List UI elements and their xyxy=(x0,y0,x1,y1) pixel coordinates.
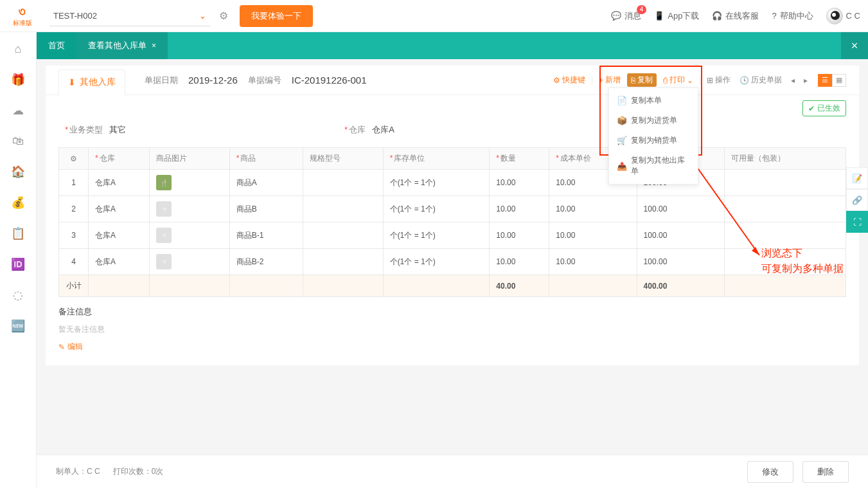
creator-info: 制单人：C C xyxy=(56,466,100,477)
message-icon: 💬 xyxy=(611,11,621,21)
col-warehouse: *仓库 xyxy=(89,148,150,170)
col-product: *商品 xyxy=(229,148,303,170)
inbound-icon: ⬇ xyxy=(68,77,76,87)
dd-copy-sales[interactable]: 🛒复制为销货单 xyxy=(609,131,698,150)
online-service-link[interactable]: 🎧 在线客服 xyxy=(712,10,759,22)
out-icon: 📤 xyxy=(617,161,627,171)
sidebar-money-icon[interactable]: 💰 xyxy=(11,195,25,210)
logo-icon: ৩ xyxy=(19,4,26,19)
print-button[interactable]: ⎙打印⌄ xyxy=(660,73,696,87)
sidebar-bag-icon[interactable]: 🛍 xyxy=(12,134,24,148)
col-image: 商品图片 xyxy=(150,148,229,170)
close-all-tabs[interactable]: × xyxy=(841,32,868,59)
online-service-label: 在线客服 xyxy=(725,10,759,22)
panel-tab[interactable]: ⬇ 其他入库 xyxy=(58,69,125,96)
shortcut-button[interactable]: ⚙快捷键 xyxy=(551,73,588,87)
user-name: C C xyxy=(846,11,860,21)
date-label: 单据日期 xyxy=(145,75,178,86)
plus-icon: + xyxy=(599,76,603,85)
sidebar-new-icon[interactable]: 🆕 xyxy=(11,319,25,333)
dd-copy-outbound[interactable]: 📤复制为其他出库单 xyxy=(609,150,698,181)
sidebar-refresh-icon[interactable]: ◌ xyxy=(13,288,23,302)
chevron-down-icon: ⌄ xyxy=(199,11,206,21)
messages-link[interactable]: 💬 消息 4 xyxy=(611,10,641,22)
float-link-icon[interactable]: 🔗 xyxy=(846,189,868,211)
view-card-button[interactable]: ▦ xyxy=(832,74,846,87)
prev-button[interactable]: ◂ xyxy=(788,75,797,86)
sidebar-clipboard-icon[interactable]: 📋 xyxy=(11,226,25,240)
table-row[interactable]: 2仓库A৩商品B个(1个 = 1个)10.0010.00100.00 xyxy=(59,196,846,222)
gear-column[interactable]: ⚙ xyxy=(59,148,89,170)
gear-icon: ⚙ xyxy=(553,76,560,85)
tab-current-label: 查看其他入库单 xyxy=(88,40,146,51)
table-row[interactable]: 1仓库A🍴商品A个(1个 = 1个)10.0010.00100.00 xyxy=(59,170,846,196)
history-icon: 🕓 xyxy=(740,76,749,85)
float-expand-icon[interactable]: ⛶ xyxy=(846,211,868,233)
status-badge: ✔已生效 xyxy=(802,100,846,116)
main-panel: ⬇ 其他入库 单据日期 2019-12-26 单据编号 IC-20191226-… xyxy=(46,66,859,365)
app-download-link[interactable]: 📱 App下载 xyxy=(654,10,699,22)
panel-tab-label: 其他入库 xyxy=(80,77,116,88)
new-button[interactable]: +新增 xyxy=(596,73,623,87)
remarks-title: 备注信息 xyxy=(58,306,846,318)
remarks-empty: 暂无备注信息 xyxy=(58,324,846,335)
tab-current[interactable]: 查看其他入库单 × xyxy=(76,32,168,59)
col-available: 可用量（包装） xyxy=(724,148,846,170)
dd-copy-this[interactable]: 📄复制本单 xyxy=(609,91,698,111)
right-float-bar: 📝 🔗 ⛶ xyxy=(846,167,868,233)
check-icon: ✔ xyxy=(808,104,815,113)
annotation-text: 浏览态下 可复制为多种单据 xyxy=(761,246,844,276)
sidebar-gift-icon[interactable]: 🎁 xyxy=(11,73,25,87)
table-row[interactable]: 4仓库A৩商品B-2个(1个 = 1个)10.0010.00100.00 xyxy=(59,249,846,275)
tab-home[interactable]: 首页 xyxy=(37,32,76,59)
try-button[interactable]: 我要体验一下 xyxy=(240,5,313,27)
copy-dropdown: 📄复制本单 📦复制为进货单 🛒复制为销货单 📤复制为其他出库单 xyxy=(608,87,698,185)
logo[interactable]: ৩ 标准版 xyxy=(8,4,37,28)
warehouse-field: *仓库 仓库A xyxy=(344,124,394,136)
headset-icon: 🎧 xyxy=(712,11,722,21)
app-download-label: App下载 xyxy=(668,10,699,22)
cart-icon: 🛒 xyxy=(617,136,627,145)
phone-icon: 📱 xyxy=(654,11,664,21)
gear-icon[interactable]: ⚙ xyxy=(219,10,228,22)
copy-icon: ⎘ xyxy=(631,76,635,85)
chevron-down-icon: ⌄ xyxy=(687,76,693,85)
sidebar-house-icon[interactable]: 🏠 xyxy=(11,165,25,179)
operate-button[interactable]: ⊞操作 xyxy=(704,73,733,87)
footer: 制单人：C C 打印次数：0次 修改 删除 xyxy=(37,455,868,488)
grid-icon: ⊞ xyxy=(707,76,713,85)
close-icon[interactable]: × xyxy=(152,41,156,50)
sidebar-id-icon[interactable]: 🆔 xyxy=(11,257,25,271)
product-image-icon: ৩ xyxy=(156,228,172,243)
org-selector[interactable]: TEST-H002 ⌄ xyxy=(49,6,210,26)
table-row[interactable]: 3仓库A৩商品B-1个(1个 = 1个)10.0010.00100.00 xyxy=(59,222,846,249)
print-icon: ⎙ xyxy=(663,76,668,85)
box-icon: 📦 xyxy=(617,116,627,125)
tabbar: 首页 查看其他入库单 × × xyxy=(37,32,868,59)
doc-info: 单据日期 2019-12-26 单据编号 IC-20191226-001 xyxy=(145,75,367,86)
history-button[interactable]: 🕓历史单据 xyxy=(737,73,784,87)
delete-button[interactable]: 删除 xyxy=(802,461,849,483)
help-icon: ? xyxy=(772,11,776,21)
sidebar-cloud-icon[interactable]: ☁ xyxy=(12,104,24,118)
next-button[interactable]: ▸ xyxy=(801,75,810,86)
sidebar-home-icon[interactable]: ⌂ xyxy=(15,42,22,56)
float-note-icon[interactable]: 📝 xyxy=(846,167,868,189)
product-image-icon: ৩ xyxy=(156,201,172,217)
help-center-link[interactable]: ? 帮助中心 xyxy=(772,10,813,22)
copy-button[interactable]: ⎘复制 xyxy=(627,73,657,87)
modify-button[interactable]: 修改 xyxy=(747,461,793,483)
avatar xyxy=(826,8,843,24)
dd-copy-purchase[interactable]: 📦复制为进货单 xyxy=(609,111,698,131)
edit-icon: ✎ xyxy=(58,343,65,352)
edit-remarks-button[interactable]: ✎编辑 xyxy=(58,341,846,352)
help-center-label: 帮助中心 xyxy=(780,10,813,22)
messages-badge: 4 xyxy=(637,5,647,14)
col-unit: *库存单位 xyxy=(383,148,490,170)
subtotal-row: 小计40.00400.00 xyxy=(59,275,846,297)
user-menu[interactable]: C C xyxy=(826,8,860,24)
col-spec: 规格型号 xyxy=(303,148,383,170)
date-value: 2019-12-26 xyxy=(188,75,238,86)
view-list-button[interactable]: ☰ xyxy=(818,74,832,87)
org-name: TEST-H002 xyxy=(53,11,97,21)
